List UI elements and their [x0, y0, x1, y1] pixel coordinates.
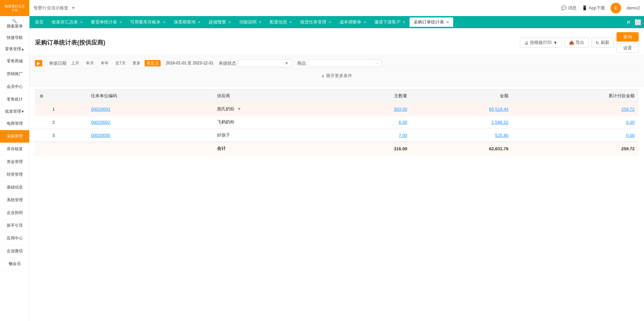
sidebar-item-retail-mgmt[interactable]: 零售管理 ▲	[0, 44, 29, 55]
top-bar-left: 母婴行业演示账套 ▼	[34, 5, 75, 11]
date-range-value[interactable]: 2016-01-01 至 2023-12-31	[166, 60, 213, 66]
filter-area: ▶ 单据日期 上月 本月 本年 近7天 更多 自定义 2016-01-01 至	[30, 56, 644, 87]
tab-close-icon[interactable]: ✕	[198, 20, 201, 24]
tab-label: 保质期查询	[174, 19, 196, 25]
tab-cost-adjust[interactable]: 成本调整单 ✕	[335, 17, 370, 27]
sidebar-item-retail-shop[interactable]: 零售商城	[0, 55, 29, 68]
tab-close-icon[interactable]: ✕	[289, 20, 292, 24]
user-avatar[interactable]: E	[610, 3, 621, 13]
sidebar-search[interactable]: 🔍 搜索菜单	[0, 16, 29, 32]
date-option-this-month[interactable]: 本月	[83, 60, 97, 67]
sidebar-item-ecommerce[interactable]: 电商管理	[0, 117, 29, 130]
expand-icon[interactable]: ▶	[35, 60, 42, 66]
date-option-more[interactable]: 更多	[130, 60, 143, 67]
status-select[interactable]: ▼	[238, 59, 292, 67]
sidebar-item-vip[interactable]: 畅会员	[0, 258, 29, 270]
ellipsis-icon: ···	[375, 61, 379, 66]
paid-link[interactable]: 0.00	[626, 133, 635, 138]
tab-close-icon[interactable]: ✕	[228, 20, 231, 24]
date-option-last-month[interactable]: 上月	[68, 60, 82, 67]
data-table: ⚙ 往来单位编码 供应商 主数量 金额 累计付款金额 1	[35, 89, 639, 155]
filter-row-1: ▶ 单据日期 上月 本月 本年 近7天 更多 自定义 2016-01-01 至	[35, 59, 639, 67]
sidebar-item-wholesale-mgmt[interactable]: 批发管理 ▼	[0, 106, 29, 117]
tab-close-icon[interactable]: ✕	[446, 20, 449, 24]
sidebar-item-inventory[interactable]: 库存核算	[0, 143, 29, 156]
col-unit-code-header: 往来单位编码	[87, 90, 213, 103]
message-btn[interactable]: 💬 消息	[561, 5, 577, 11]
amount-link[interactable]: 1,586.52	[491, 120, 508, 125]
date-custom-badge[interactable]: 自定义	[145, 60, 161, 66]
tab-collect-send[interactable]: 收发存汇总表 ✕	[48, 17, 87, 27]
print-btn[interactable]: 🖨 按模板打印 ▼	[520, 38, 562, 48]
tab-goods-stats[interactable]: 要货单统计表 ✕	[87, 17, 126, 27]
qty-link[interactable]: 6.00	[399, 120, 407, 125]
user-name[interactable]: demo2	[627, 5, 640, 10]
paid-link[interactable]: 0.00	[626, 120, 635, 125]
date-options: 上月 本月 本年 近7天 更多 自定义	[68, 60, 161, 67]
amount-link[interactable]: 525.80	[495, 133, 508, 138]
sidebar-item-ops-mgmt[interactable]: 经营管理	[0, 168, 29, 181]
date-option-7days[interactable]: 近7天	[113, 60, 128, 67]
sidebar-item-new-guide[interactable]: 新手引导	[0, 219, 29, 232]
export-btn[interactable]: 📤 导出	[565, 38, 589, 48]
settings-btn[interactable]: 设置	[616, 43, 639, 53]
cell-unit-code: 00020002	[87, 116, 213, 129]
search-icon: 🔍	[12, 19, 17, 23]
tab-invite-downstream[interactable]: 邀请下游客户 ✕	[370, 17, 410, 27]
unit-code-link[interactable]: 00020005	[91, 133, 110, 138]
sidebar-item-member-center[interactable]: 会员中心	[0, 81, 29, 93]
tab-expand-btn[interactable]: ⬜	[633, 18, 643, 26]
message-label: 消息	[568, 5, 577, 11]
sidebar-item-label: 基础信息	[7, 185, 23, 190]
tab-home[interactable]: 首页	[31, 17, 48, 27]
tab-pick-task[interactable]: 拣货任务管理 ✕	[296, 17, 335, 27]
unit-code-link[interactable]: 00020002	[91, 120, 110, 125]
app-download-btn[interactable]: 📱 App下载	[582, 5, 605, 11]
quick-nav[interactable]: 快捷导航	[0, 32, 29, 44]
query-btn[interactable]: 查询	[616, 32, 639, 42]
unit-code-link[interactable]: 00020001	[91, 107, 110, 112]
sidebar-item-purchase-mgmt[interactable]: 采购管理	[0, 130, 29, 143]
tab-over-stock[interactable]: 超储预警 ✕	[205, 17, 235, 27]
tab-close-icon[interactable]: ✕	[363, 20, 366, 24]
dropdown-icon[interactable]: ▼	[71, 5, 75, 10]
tab-warranty[interactable]: 保质期查询 ✕	[170, 17, 205, 27]
col-qty-header: 主数量	[332, 90, 411, 103]
sidebar-item-enterprise-wechat[interactable]: 企业微信	[0, 245, 29, 258]
qty-link[interactable]: 303.00	[394, 107, 407, 112]
footer-amount: 62,631.76	[489, 146, 508, 151]
filter-expand-toggle[interactable]: ▶	[35, 60, 42, 66]
sidebar-item-app-center[interactable]: 应用中心	[0, 232, 29, 245]
expand-row-icon[interactable]: ▼	[237, 106, 241, 111]
table-row: 1 00020001 惠氏奶粉 ▼ 303.00 60,519.44	[35, 103, 639, 116]
avatar-initial: E	[614, 6, 617, 10]
sidebar-item-enterprise[interactable]: 企业协同	[0, 207, 29, 219]
tab-config-info[interactable]: 配置信息 ✕	[266, 17, 296, 27]
qty-link[interactable]: 7.00	[399, 133, 407, 138]
sidebar-item-basic-info[interactable]: 基础信息	[0, 181, 29, 194]
paid-link[interactable]: 259.72	[621, 107, 635, 112]
tab-purchase-order-stats[interactable]: 采购订单统计表 ✕	[410, 17, 453, 27]
tab-available-inv[interactable]: 可用量库存账本 ✕	[126, 17, 170, 27]
tab-close-all-btn[interactable]: ✕	[625, 18, 632, 26]
expand-more-btn[interactable]: ∨ 展开更多条件	[321, 71, 352, 81]
cell-paid-amount: 0.00	[513, 129, 639, 142]
tab-close-icon[interactable]: ✕	[328, 20, 331, 24]
settings-col-icon[interactable]: ⚙	[40, 94, 44, 99]
tab-close-icon[interactable]: ✕	[163, 20, 166, 24]
tab-close-icon[interactable]: ✕	[119, 20, 122, 24]
tab-close-icon[interactable]: ✕	[259, 20, 262, 24]
refresh-btn[interactable]: ↻ 刷新	[591, 38, 614, 48]
sidebar-item-retail-stats[interactable]: 零售统计	[0, 93, 29, 106]
goods-select[interactable]: ···	[308, 59, 382, 67]
amount-link[interactable]: 60,519.44	[489, 107, 508, 112]
footer-label: 合计	[217, 146, 226, 151]
tab-function-desc[interactable]: 功能说明 ✕	[235, 17, 266, 27]
tab-close-icon[interactable]: ✕	[402, 20, 406, 24]
page-header-actions: 🖨 按模板打印 ▼ 📤 导出 ↻ 刷新 查询 设置	[520, 32, 639, 53]
date-option-this-year[interactable]: 本年	[98, 60, 111, 67]
sidebar-item-sys-mgmt[interactable]: 系统管理	[0, 194, 29, 207]
sidebar-item-marketing[interactable]: 营销推广	[0, 68, 29, 81]
sidebar-item-finance[interactable]: 资金管理	[0, 156, 29, 168]
tab-close-icon[interactable]: ✕	[80, 20, 83, 24]
